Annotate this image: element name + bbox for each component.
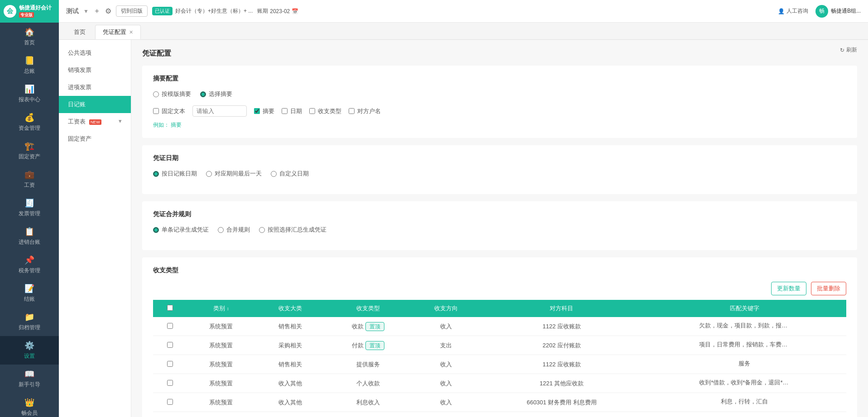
sidebar-item-label: 发票管理 [19,210,40,218]
summary-section: 摘要配置 按模版摘要 选择摘要 固定文本 [142,66,857,138]
radio-merge[interactable]: 合并规则 [218,226,250,234]
sidebar-item-funds[interactable]: 💰 资金管理 [0,108,59,137]
tax-icon: 📌 [24,255,34,265]
sort-icon[interactable]: ↕ [227,306,229,311]
radio-single-input[interactable] [153,227,159,233]
row-checkbox-cell[interactable] [153,393,187,412]
row-checkbox-cell[interactable] [153,317,187,336]
sidebar-item-trade[interactable]: 📋 进销台账 [0,222,59,251]
topbar-gear-icon[interactable]: ⚙ [105,7,111,15]
tab-close-icon[interactable]: ✕ [129,29,133,35]
row-type: 提供服务 [325,355,412,374]
sidebar-item-home[interactable]: 🏠 首页 [0,23,59,51]
radio-journal-date-input[interactable] [153,171,159,177]
radio-merge-input[interactable] [218,227,224,233]
type-tag[interactable]: 置顶 [365,341,384,350]
col-checkbox[interactable] [153,300,187,317]
left-nav-fixed-assets[interactable]: 固定资产 [59,130,131,147]
left-nav-payroll[interactable]: 工资表 NEW ▾ [59,113,131,130]
assets-icon: 🏗️ [24,141,34,151]
fixed-text-checkbox[interactable] [153,108,159,114]
row-checkbox-cell[interactable] [153,355,187,374]
topbar-dropdown-icon[interactable]: ▼ [83,8,89,14]
main-area: 测试 ▼ ＋ ⚙ 切到旧版 已认证 好会计（专）+好生意（标）+ ... 账期 … [59,0,868,417]
batch-delete-button[interactable]: 批量删除 [811,282,846,295]
type-tag[interactable]: 置顶 [365,322,384,331]
row-keywords: 利息，行转，汇自 [643,393,846,412]
tab-home[interactable]: 首页 [66,25,93,39]
radio-select-input[interactable] [200,91,206,97]
left-nav-sales-invoice[interactable]: 销项发票 [59,62,131,79]
radio-summary[interactable]: 按照选择汇总生成凭证 [259,226,326,234]
sidebar-item-assets[interactable]: 🏗️ 固定资产 [0,137,59,165]
income-expense-table: 类别 ↕ 收支大类 收支类型 收支方向 对方科目 匹配关键字 系 [153,300,846,412]
sidebar-item-settings[interactable]: ⚙️ 设置 [0,336,59,365]
type-checkbox[interactable] [309,108,315,114]
left-nav-journal[interactable]: 日记账 [59,96,131,113]
checkbox-date[interactable]: 日期 [282,107,302,115]
radio-journal-date[interactable]: 按日记账日期 [153,170,197,178]
radio-custom-date[interactable]: 自定义日期 [271,170,309,178]
row-checkbox[interactable] [167,342,173,348]
topbar-add-icon[interactable]: ＋ [93,6,101,16]
row-checkbox[interactable] [167,380,173,386]
table-row: 系统预置 收入其他 个人收款 收入 1221 其他应收款 收到*借款，收到*备用… [153,374,846,393]
radio-template-input[interactable] [153,91,159,97]
sidebar-item-label: 结账 [24,295,35,303]
radio-custom-date-label: 自定义日期 [279,170,309,178]
salary-icon: 💼 [24,170,34,180]
radio-select[interactable]: 选择摘要 [200,90,232,98]
row-checkbox[interactable] [167,361,173,367]
col-type: 收支类型 [325,300,412,317]
sidebar-item-tax[interactable]: 📌 税务管理 [0,251,59,279]
user-area[interactable]: 畅 畅捷通B组... [815,5,861,18]
row-checkbox[interactable] [167,399,173,405]
reports-icon: 📊 [24,84,34,94]
checkbox-type[interactable]: 收支类型 [309,107,341,115]
fixed-text-input[interactable] [192,105,247,117]
checkbox-fixed-text[interactable]: 固定文本 [153,107,185,115]
counterparty-checkbox[interactable] [349,108,355,114]
radio-last-day[interactable]: 对应期间最后一天 [206,170,262,178]
tab-voucher-config[interactable]: 凭证配置 ✕ [95,25,141,39]
radio-custom-date-input[interactable] [271,171,277,177]
sidebar-item-salary[interactable]: 💼 工资 [0,165,59,194]
sidebar-item-archive[interactable]: 📁 归档管理 [0,308,59,336]
row-checkbox-cell[interactable] [153,336,187,355]
checkbox-counterparty[interactable]: 对方户名 [349,107,381,115]
topbar: 测试 ▼ ＋ ⚙ 切到旧版 已认证 好会计（专）+好生意（标）+ ... 账期 … [59,0,868,23]
sidebar-item-close[interactable]: 📝 结账 [0,279,59,308]
checkbox-summary[interactable]: 摘要 [254,107,274,115]
row-major: 收入其他 [256,393,325,412]
chevron-down-icon: ▾ [119,118,122,124]
sidebar-item-reports[interactable]: 📊 报表中心 [0,80,59,108]
update-count-button[interactable]: 更新数量 [771,282,806,295]
sidebar-item-guide[interactable]: 📖 新手引导 [0,365,59,393]
left-nav-purchase-invoice[interactable]: 进项发票 [59,79,131,96]
sidebar-item-member[interactable]: 👑 畅会员 [0,393,59,417]
radio-last-day-input[interactable] [206,171,212,177]
checkbox-row: 固定文本 摘要 日期 收支类型 [153,105,846,117]
refresh-button[interactable]: ↻ 刷新 [840,46,857,54]
row-checkbox-cell[interactable] [153,374,187,393]
tab-home-label: 首页 [74,28,86,35]
calendar-icon[interactable]: 📅 [292,8,298,14]
income-expense-title: 收支类型 [153,266,846,275]
left-nav-public[interactable]: 公共选项 [59,44,131,62]
date-checkbox[interactable] [282,108,288,114]
service-button[interactable]: 👤 人工咨询 [778,7,808,15]
row-major: 销售相关 [256,317,325,336]
radio-template[interactable]: 按模版摘要 [153,90,191,98]
table-toolbar: 更新数量 批量删除 [153,282,846,295]
select-all-checkbox[interactable] [167,305,173,311]
summary-checkbox[interactable] [254,108,260,114]
row-checkbox[interactable] [167,323,173,329]
refresh-icon: ↻ [840,47,844,53]
switch-version-button[interactable]: 切到旧版 [116,5,148,17]
radio-single[interactable]: 单条记录生成凭证 [153,226,209,234]
sidebar-item-invoice[interactable]: 🧾 发票管理 [0,194,59,222]
member-icon: 👑 [24,398,34,408]
radio-summary-input[interactable] [259,227,265,233]
sidebar-item-label: 首页 [24,39,35,47]
sidebar-item-ledger[interactable]: 📒 总账 [0,51,59,80]
